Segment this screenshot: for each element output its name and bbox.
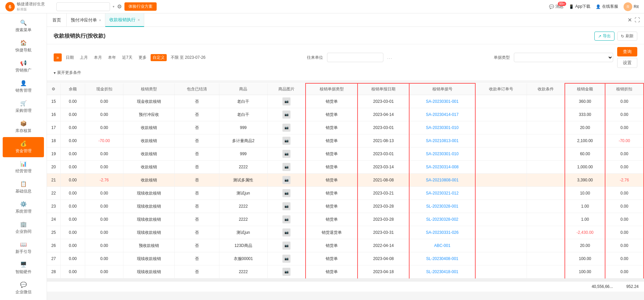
sidebar-item-guide[interactable]: 📖 新手引导 (0, 238, 47, 258)
row-no: 21 (47, 174, 60, 187)
row-bill-no[interactable]: ABC-001 (409, 239, 475, 252)
row-goods: 衣服00001 (219, 252, 267, 265)
notification-area[interactable]: 💬 消息 99+ (549, 4, 564, 9)
finance-icon: 💰 (20, 140, 27, 147)
col-bill-no: 核销单据号 (409, 83, 475, 95)
bill-no-link[interactable]: SA-20210813-001 (426, 138, 459, 143)
row-no: 15 (47, 95, 60, 108)
bill-no-link[interactable]: SA-20230321-012 (426, 191, 459, 196)
online-support-link[interactable]: 👤 在线客服 (596, 4, 618, 9)
bill-no-link[interactable]: SL-20230328-002 (426, 217, 458, 222)
settings-button[interactable]: 设置 (617, 58, 637, 68)
export-icon: ↗ (598, 34, 601, 39)
date-last-month[interactable]: 上月 (78, 54, 90, 61)
collapse-arrow[interactable]: » (54, 53, 62, 61)
sidebar-item-search-menu[interactable]: 🔍 搜索菜单 (0, 16, 47, 36)
bill-no-link[interactable]: SA-20230331-026 (426, 230, 459, 235)
user-name[interactable]: R Rit (624, 2, 639, 11)
sidebar-item-vip[interactable]: V 畅会员 (0, 298, 47, 300)
bill-no-link[interactable]: ABC-001 (434, 243, 450, 248)
table-row: 230.000.00现续收款核销否2222📷销货单2023-03-28SL-20… (47, 200, 644, 213)
row-collection-condition (527, 147, 565, 161)
settings-icon[interactable]: ⚙ (117, 3, 122, 10)
export-button[interactable]: ↗ 导出 (594, 32, 614, 41)
date-this-year[interactable]: 本年 (106, 54, 118, 61)
main-layout: 🔍 搜索菜单 🏠 快捷导航 📢 营销推广 👤 销售管理 🛒 采购管理 📦 库存核… (0, 13, 644, 300)
sidebar-item-hardware[interactable]: 🖥️ 智能硬件 (0, 258, 47, 278)
industry-btn[interactable]: 体验行业方案 (124, 2, 157, 11)
row-bill-no[interactable]: SA-20230314-008 (409, 161, 475, 174)
sidebar-item-finance[interactable]: 💰 资金管理 (3, 137, 44, 157)
row-bill-no[interactable]: SL-20230408-001 (409, 252, 475, 265)
from-unit-input[interactable] (327, 53, 383, 62)
sidebar-item-marketing[interactable]: 📢 营销推广 (0, 56, 47, 77)
bill-no-link[interactable]: SA-20230301-010 (426, 152, 459, 156)
sidebar-item-operation[interactable]: 📊 经营管理 (0, 157, 47, 177)
tab-prepay[interactable]: 预付冲应付单 × (67, 13, 105, 27)
marketing-icon: 📢 (20, 60, 27, 66)
footer-spacer (52, 284, 578, 289)
row-bill-no[interactable]: SA-20230414-017 (409, 108, 475, 121)
bill-no-link[interactable]: SA-20230301-001 (426, 99, 459, 104)
from-unit-label: 往来单位 (307, 55, 323, 60)
date-filter-label: 日期 (66, 55, 74, 60)
col-goods-img: 商品图片 (267, 83, 306, 95)
row-bill-date: 2023-03-01 (358, 147, 409, 161)
horizontal-scrollbar[interactable] (47, 278, 644, 281)
tab-collection-verify[interactable]: 收款核销执行 × (105, 13, 144, 27)
row-bill-no[interactable]: SL-20230328-002 (409, 213, 475, 226)
maximize-icon[interactable]: ⛶ (635, 17, 640, 23)
row-bill-no[interactable]: SA-20230301-010 (409, 121, 475, 134)
sidebar-item-quick-nav[interactable]: 🏠 快捷导航 (0, 36, 47, 56)
tab-home[interactable]: 首页 (47, 13, 67, 27)
table-row: 270.000.00现续收款核销否衣服00001📷销货单2023-04-08SL… (47, 252, 644, 265)
row-bill-no[interactable]: SA-20210808-001 (409, 174, 475, 187)
bill-no-link[interactable]: SL-20230328-001 (426, 204, 458, 209)
col-gear[interactable]: ⚙ (47, 83, 60, 95)
row-collection-condition (527, 200, 565, 213)
search-input[interactable] (56, 2, 110, 11)
bill-no-link[interactable]: SA-20230301-010 (426, 125, 459, 130)
date-7days[interactable]: 近7天 (120, 54, 135, 61)
expand-more-btn[interactable]: ▾ 展开更多条件 (54, 70, 637, 76)
user-avatar: R (624, 2, 632, 11)
query-button[interactable]: 查询 (617, 47, 637, 56)
row-verify-discount: 0.00 (605, 252, 644, 265)
sidebar-item-sales[interactable]: 👤 销售管理 (0, 77, 47, 97)
bill-no-link[interactable]: SA-20230414-017 (426, 112, 459, 117)
row-verify-discount: 0.00 (605, 147, 644, 161)
col-include-settled: 包含已结清 (174, 83, 219, 95)
bill-no-link[interactable]: SL-20230408-001 (426, 256, 458, 261)
sidebar-item-corp[interactable]: 🏢 企业协同 (0, 218, 47, 238)
row-balance: 0.00 (60, 147, 85, 161)
tab-close-active-icon[interactable]: × (138, 18, 140, 22)
sidebar-item-wechat[interactable]: 💬 企业微信 (0, 278, 47, 298)
sidebar-item-basic-info[interactable]: 📋 基础信息 (0, 177, 47, 198)
row-bill-no[interactable]: SA-20230331-026 (409, 226, 475, 239)
bill-no-link[interactable]: SL-20230418-001 (426, 269, 458, 274)
row-bill-no[interactable]: SL-20230418-001 (409, 265, 475, 278)
bill-type-select[interactable] (514, 53, 613, 62)
tab-close-icon[interactable]: × (99, 18, 101, 22)
date-more[interactable]: 更多 (137, 54, 149, 61)
app-download-link[interactable]: 📱 App下载 (569, 4, 590, 9)
table-row: 250.000.00现续收款核销否测试jun📷销货退货单2023-03-31SA… (47, 226, 644, 239)
date-this-month[interactable]: 本月 (92, 54, 104, 61)
date-custom[interactable]: 自定义 (151, 54, 167, 61)
bill-no-link[interactable]: SA-20230314-008 (426, 165, 459, 169)
sidebar-item-system[interactable]: ⚙️ 系统管理 (0, 198, 47, 218)
row-bill-no[interactable]: SL-20230328-001 (409, 200, 475, 213)
row-collection-order (475, 108, 527, 121)
row-bill-no[interactable]: SA-20210813-001 (409, 134, 475, 147)
row-balance: 0.00 (60, 252, 85, 265)
sidebar-item-purchase[interactable]: 🛒 采购管理 (0, 97, 47, 117)
row-bill-no[interactable]: SA-20230301-010 (409, 147, 475, 161)
table-row: 260.000.00预收款核销否123D商品📷销货单2022-04-14ABC-… (47, 239, 644, 252)
row-bill-no[interactable]: SA-20230321-012 (409, 187, 475, 200)
refresh-button[interactable]: ↻ 刷新 (617, 32, 637, 41)
row-include-settled: 否 (174, 239, 219, 252)
close-window-icon[interactable]: ✕ (628, 17, 632, 23)
sidebar-item-inventory[interactable]: 📦 库存核算 (0, 117, 47, 137)
row-bill-no[interactable]: SA-20230301-001 (409, 95, 475, 108)
bill-no-link[interactable]: SA-20210808-001 (426, 178, 459, 182)
